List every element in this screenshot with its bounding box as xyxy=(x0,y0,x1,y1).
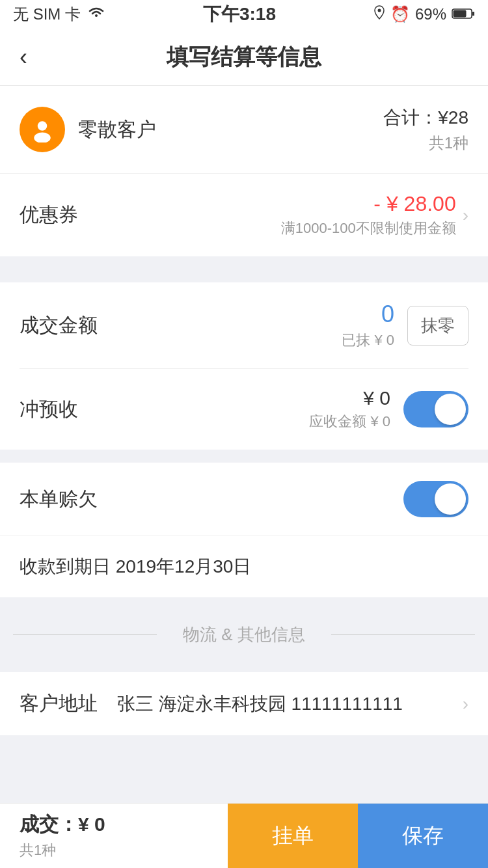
deal-amount-label: 成交金额 xyxy=(20,312,98,339)
due-date-text: 收款到期日 2019年12月30日 xyxy=(20,556,251,576)
precollect-right: ¥ 0 应收金额 ¥ 0 xyxy=(309,387,468,431)
coupon-chevron-icon: › xyxy=(463,205,468,226)
bottom-deal-label: 成交： xyxy=(20,813,78,835)
amount-section: 成交金额 0 已抹 ¥ 0 抹零 冲预收 ¥ 0 应收金额 ¥ 0 xyxy=(0,282,488,450)
precollect-amount: ¥ 0 xyxy=(309,387,390,409)
section-divider-3 xyxy=(0,597,488,610)
bottom-deal-text: 成交：¥ 0 xyxy=(20,811,208,838)
bottom-info: 成交：¥ 0 共1种 xyxy=(0,811,228,860)
wifi-icon xyxy=(87,5,105,23)
deal-amount-sub: 已抹 ¥ 0 xyxy=(342,331,394,350)
precollect-label: 冲预收 xyxy=(20,396,78,423)
alarm-icon: ⏰ xyxy=(390,5,410,23)
battery-text: 69% xyxy=(415,5,446,23)
pending-button[interactable]: 挂单 xyxy=(228,804,358,869)
coupon-desc: 满1000-100不限制使用金额 xyxy=(281,219,456,238)
nav-bar: ‹ 填写结算等信息 xyxy=(0,29,488,86)
bottom-deal-value: ¥ 0 xyxy=(78,813,105,835)
deal-amount-value: 0 xyxy=(342,301,394,328)
toggle-knob xyxy=(435,394,466,425)
round-zero-button[interactable]: 抹零 xyxy=(407,306,468,346)
customer-section: 零散客户 合计：¥28 共1种 优惠券 - ¥ 28.00 满1000-100不… xyxy=(0,86,488,256)
battery-icon xyxy=(452,5,475,23)
status-bar: 无 SIM 卡 下午3:18 ⏰ 69% xyxy=(0,0,488,29)
credit-toggle-knob xyxy=(435,483,466,515)
location-icon xyxy=(373,5,385,23)
customer-count: 共1种 xyxy=(383,133,468,154)
deal-amount-value-block: 0 已抹 ¥ 0 xyxy=(342,301,394,350)
logistics-divider-text: 物流 & 其他信息 xyxy=(183,623,305,646)
customer-total: 合计：¥28 xyxy=(383,105,468,130)
credit-label: 本单赊欠 xyxy=(20,486,98,513)
svg-point-0 xyxy=(377,9,381,12)
deal-amount-row: 成交金额 0 已抹 ¥ 0 抹零 xyxy=(20,282,468,369)
coupon-amount: - ¥ 28.00 xyxy=(281,192,456,216)
customer-left: 零散客户 xyxy=(20,107,156,152)
precollect-sub: 应收金额 ¥ 0 xyxy=(309,412,390,431)
precollect-row: 冲预收 ¥ 0 应收金额 ¥ 0 xyxy=(20,369,468,450)
divider-line-right xyxy=(331,634,475,635)
customer-name: 零散客户 xyxy=(78,116,156,143)
status-left: 无 SIM 卡 xyxy=(13,4,105,25)
customer-right: 合计：¥28 共1种 xyxy=(383,105,468,154)
save-button[interactable]: 保存 xyxy=(358,804,488,869)
credit-section: 本单赊欠 xyxy=(0,463,488,536)
sim-status: 无 SIM 卡 xyxy=(13,4,81,25)
address-row[interactable]: 客户地址 张三 海淀永丰科技园 11111111111 › xyxy=(0,672,488,735)
section-divider-4 xyxy=(0,659,488,672)
address-label: 客户地址 xyxy=(20,690,98,717)
customer-row: 零散客户 合计：¥28 共1种 xyxy=(0,86,488,173)
page-title: 填写结算等信息 xyxy=(167,42,321,72)
address-value: 张三 海淀永丰科技园 11111111111 xyxy=(117,692,463,716)
deal-amount-right: 0 已抹 ¥ 0 抹零 xyxy=(342,301,468,350)
svg-rect-2 xyxy=(453,10,466,18)
section-divider-2 xyxy=(0,450,488,463)
svg-point-4 xyxy=(34,133,50,142)
status-right: ⏰ 69% xyxy=(373,5,475,23)
back-button[interactable]: ‹ xyxy=(20,44,27,71)
svg-point-3 xyxy=(38,121,47,131)
logistics-divider: 物流 & 其他信息 xyxy=(0,610,488,659)
section-divider-1 xyxy=(0,269,488,282)
precollect-toggle[interactable] xyxy=(403,391,468,427)
bottom-count: 共1种 xyxy=(20,841,208,860)
coupon-label: 优惠券 xyxy=(20,202,78,228)
precollect-value-block: ¥ 0 应收金额 ¥ 0 xyxy=(309,387,390,431)
address-chevron-icon: › xyxy=(463,694,468,714)
coupon-right: - ¥ 28.00 满1000-100不限制使用金额 › xyxy=(281,192,468,238)
content-area: 零散客户 合计：¥28 共1种 优惠券 - ¥ 28.00 满1000-100不… xyxy=(0,86,488,868)
due-date-row: 收款到期日 2019年12月30日 xyxy=(0,536,488,597)
credit-toggle[interactable] xyxy=(403,481,468,517)
divider-line-left xyxy=(13,634,157,635)
bottom-bar: 成交：¥ 0 共1种 挂单 保存 xyxy=(0,803,488,868)
coupon-row[interactable]: 优惠券 - ¥ 28.00 满1000-100不限制使用金额 › xyxy=(0,173,488,256)
customer-avatar xyxy=(20,107,65,152)
status-time: 下午3:18 xyxy=(203,2,276,27)
coupon-value-block: - ¥ 28.00 满1000-100不限制使用金额 xyxy=(281,192,456,238)
